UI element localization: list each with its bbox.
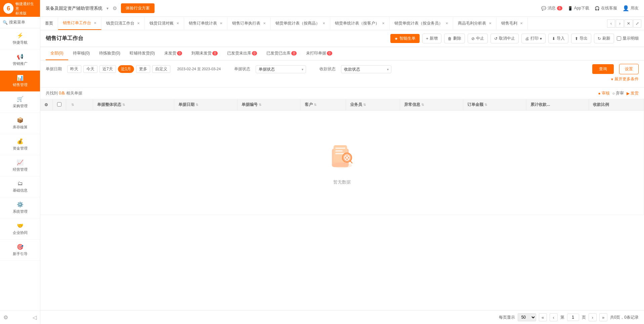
tab-close-gross-margin[interactable]: ✕ bbox=[489, 22, 491, 25]
import-button[interactable]: ⬇ 导入 bbox=[548, 34, 568, 43]
show-detail-checkbox[interactable] bbox=[617, 36, 621, 41]
payment-filter-wrap: 收款状态 bbox=[341, 65, 391, 73]
status-filter-select[interactable]: 单据状态 bbox=[256, 65, 306, 73]
sidebar-item-enterprise[interactable]: 🤝 企业协同 bbox=[0, 218, 40, 240]
th-checkbox[interactable] bbox=[52, 99, 66, 111]
stop-button[interactable]: ⊘ 中止 bbox=[468, 34, 488, 43]
tab-cash-daily[interactable]: 钱货日清工作台 ✕ bbox=[101, 17, 145, 30]
ship-action-button[interactable]: ▶ 发货 bbox=[627, 90, 639, 96]
last-page-button[interactable]: » bbox=[599, 313, 607, 321]
tab-close-sales-profit[interactable]: ✕ bbox=[520, 22, 523, 25]
tab-close-sales-workbench[interactable]: ✕ bbox=[94, 21, 96, 25]
sidebar-item-quick-nav[interactable]: ⚡ 快捷导航 bbox=[0, 28, 40, 49]
th-amount[interactable]: 异常信息 ⇅ bbox=[400, 99, 463, 111]
tab-close-current[interactable]: ✕ bbox=[625, 19, 633, 28]
tab-cash-reconcile[interactable]: 钱货日清对账 ✕ bbox=[145, 17, 184, 30]
refresh-button[interactable]: ↻ 刷新 bbox=[594, 34, 614, 43]
review-action-button[interactable]: ● 审核 bbox=[598, 90, 610, 96]
online-service-btn[interactable]: 🎧 在线客服 bbox=[595, 5, 617, 11]
th-customer[interactable]: 单据编号 ⇅ bbox=[238, 99, 301, 111]
user-menu[interactable]: 👤 用友 bbox=[622, 5, 639, 11]
prev-page-button[interactable]: ‹ bbox=[550, 313, 558, 321]
tab-close-sales-exec[interactable]: ✕ bbox=[263, 22, 266, 25]
delete-button[interactable]: 🗑 删除 bbox=[444, 34, 465, 43]
page-size-select[interactable]: 50 10 20 100 bbox=[518, 313, 536, 321]
page-toolbar: ★ 智能生单 + 新增 🗑 删除 ⊘ 中止 ↺ 取消中止 🖨 打印 bbox=[390, 34, 639, 43]
anti-review-action-button[interactable]: ○ 弃审 bbox=[612, 90, 624, 96]
tab-close-cash-daily[interactable]: ✕ bbox=[137, 22, 140, 25]
app-download-btn[interactable]: 📱 App下载 bbox=[568, 5, 589, 11]
tab-sales-stat[interactable]: 销售订单统计表 ✕ bbox=[184, 17, 227, 30]
horizontal-scrollbar[interactable] bbox=[40, 305, 644, 310]
show-detail-label[interactable]: 显示明细 bbox=[617, 36, 639, 41]
th-number[interactable]: 单据日期 ⇅ bbox=[174, 99, 238, 111]
first-page-button[interactable]: « bbox=[539, 313, 547, 321]
th-status[interactable]: ⇅ bbox=[66, 99, 93, 111]
tab-sales-workbench[interactable]: 销售订单工作台 ✕ bbox=[58, 17, 101, 30]
tab-sales-exec[interactable]: 销售订单执行表 ✕ bbox=[227, 17, 271, 30]
collapse-icon[interactable]: ◁ bbox=[33, 314, 37, 321]
date-btn-custom[interactable]: 自定义 bbox=[152, 65, 170, 73]
sidebar-search[interactable]: 🔍 搜索菜单 bbox=[0, 17, 40, 28]
expand-filter-button[interactable]: ▾ 展开更多条件 bbox=[611, 76, 639, 82]
th-abnormal[interactable]: 业务员 ⇅ bbox=[346, 99, 400, 111]
new-button[interactable]: + 新增 bbox=[422, 34, 441, 43]
sidebar-item-sales[interactable]: 📊 销售管理 bbox=[0, 71, 40, 92]
subtab-shipped-out[interactable]: 已发货已出库0 bbox=[262, 47, 301, 60]
payment-filter-select[interactable]: 收款状态 bbox=[341, 65, 391, 73]
sidebar-item-guide[interactable]: 🎯 新手引导 bbox=[0, 240, 40, 261]
subtab-all[interactable]: 全部(0) bbox=[46, 47, 68, 60]
tab-scroll-right[interactable]: › bbox=[616, 19, 624, 28]
subtab-expired-not-shipped[interactable]: 到期未发货0 bbox=[187, 47, 222, 60]
subtab-wangpu-pending[interactable]: 旺铺待发货(0) bbox=[125, 47, 160, 60]
tab-close-sales-summary-staff[interactable]: ✕ bbox=[445, 22, 448, 25]
next-page-button[interactable]: › bbox=[589, 313, 597, 321]
topbar-dropdown-icon[interactable]: ▾ bbox=[106, 6, 109, 11]
date-btn-1month[interactable]: 近1月 bbox=[118, 65, 134, 73]
date-btn-yesterday[interactable]: 昨天 bbox=[67, 65, 81, 73]
sidebar-item-system[interactable]: ⚙️ 系统管理 bbox=[0, 197, 40, 218]
print-button[interactable]: 🖨 打印 ▾ bbox=[521, 34, 546, 43]
subtab-shipped-not-out[interactable]: 已发货未出库0 bbox=[222, 47, 262, 60]
sidebar-item-inventory[interactable]: 📦 库存核算 bbox=[0, 113, 40, 134]
subtab-pending-review[interactable]: 待审核(0) bbox=[68, 47, 95, 60]
tab-sales-profit[interactable]: 销售毛利 ✕ bbox=[497, 17, 528, 30]
industry-solution-button[interactable]: 体验行业方案 bbox=[121, 3, 155, 13]
tab-home[interactable]: 首页 bbox=[40, 17, 58, 30]
subtab-not-printed[interactable]: 未打印单据0 bbox=[301, 47, 337, 60]
sidebar-item-marketing[interactable]: 📢 营销推广 bbox=[0, 49, 40, 71]
tab-scroll-left[interactable]: ‹ bbox=[607, 19, 615, 28]
subtab-not-shipped[interactable]: 未发货0 bbox=[160, 47, 187, 60]
message-btn[interactable]: 💬 消息 6 bbox=[541, 5, 562, 11]
tab-close-sales-summary-cust[interactable]: ✕ bbox=[382, 22, 385, 25]
th-gear[interactable]: ⚙ bbox=[40, 99, 52, 111]
sidebar-item-operation[interactable]: 📈 经营管理 bbox=[0, 155, 40, 176]
tab-sales-summary-cust[interactable]: 销货单统计表（按客户） ✕ bbox=[330, 17, 390, 30]
topbar-settings-icon[interactable]: ⚙ bbox=[113, 5, 117, 11]
export-button[interactable]: ⬆ 导出 bbox=[571, 34, 591, 43]
tab-close-sales-stat[interactable]: ✕ bbox=[220, 22, 222, 25]
tab-close-cash-reconcile[interactable]: ✕ bbox=[176, 22, 179, 25]
sidebar-item-purchase[interactable]: 🛒 采购管理 bbox=[0, 92, 40, 113]
query-button[interactable]: 查询 bbox=[592, 64, 614, 74]
tab-gross-margin[interactable]: 商品毛利分析表 ✕ bbox=[453, 17, 497, 30]
tab-sales-summary-staff[interactable]: 销货单统计表（按业务员） ✕ bbox=[390, 17, 453, 30]
tab-fullscreen[interactable]: ⤢ bbox=[633, 19, 641, 28]
sidebar-item-basic[interactable]: 🗂 基础信息 bbox=[0, 176, 40, 197]
subtab-pending-inspect[interactable]: 待拣验货(0) bbox=[94, 47, 125, 60]
tab-sales-summary-prod[interactable]: 销货单统计表（按商品） ✕ bbox=[271, 17, 330, 30]
date-btn-today[interactable]: 今天 bbox=[83, 65, 97, 73]
sidebar-item-finance[interactable]: 💰 资金管理 bbox=[0, 134, 40, 155]
tab-close-sales-summary-prod[interactable]: ✕ bbox=[323, 22, 325, 25]
th-date[interactable]: 单据整体状态 ⇅ bbox=[93, 99, 174, 111]
th-staff[interactable]: 客户 ⇅ bbox=[301, 99, 346, 111]
th-received[interactable]: 订单金额 ⇅ bbox=[463, 99, 526, 111]
cancel-stop-button[interactable]: ↺ 取消中止 bbox=[490, 34, 519, 43]
select-all-checkbox[interactable] bbox=[57, 102, 61, 107]
current-page-input[interactable] bbox=[567, 314, 579, 321]
date-btn-more[interactable]: 更多 bbox=[136, 65, 150, 73]
smart-create-button[interactable]: ★ 智能生单 bbox=[390, 34, 420, 43]
date-btn-7days[interactable]: 近7天 bbox=[99, 65, 116, 73]
setting-button[interactable]: 设置 bbox=[619, 64, 639, 74]
settings-icon[interactable]: ⚙ bbox=[3, 314, 8, 321]
